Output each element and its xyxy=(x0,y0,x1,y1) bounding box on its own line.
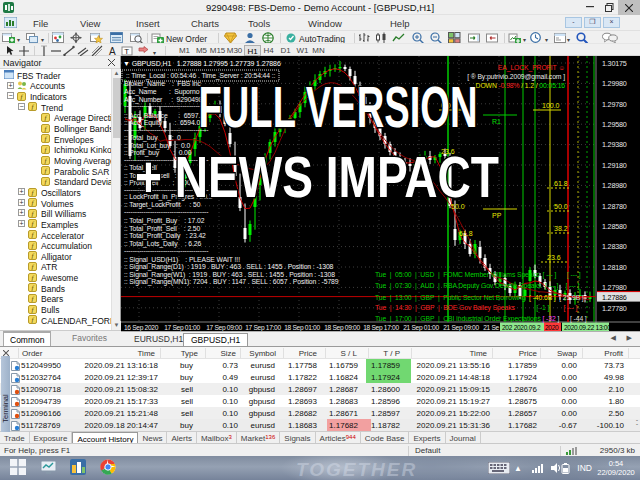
svg-text:1.29980: 1.29980 xyxy=(602,79,627,88)
svg-text:------------------------------: --------------------------------------- xyxy=(124,102,208,109)
svg-text::: Total_Profit_Daily : 23.4: :: Total_Profit_Daily : 23.42 xyxy=(124,232,206,240)
svg-text:23.6: 23.6 xyxy=(547,254,561,261)
svg-text:1.28980: 1.28980 xyxy=(602,181,627,190)
svg-text:Tue | 13:00 | GBP | Publ: Tue | 13:00 | GBP | Public Sector Net Bo… xyxy=(375,294,584,302)
svg-text:1.28780: 1.28780 xyxy=(602,202,627,211)
svg-text:T: T xyxy=(124,47,129,56)
svg-text:1.27780: 1.27780 xyxy=(602,304,627,313)
svg-text:21 Se: 21 Se xyxy=(483,324,499,331)
svg-text:Tue | 07:30 | AUD | RBA: Tue | 07:30 | AUD | RBA Deputy Gov Debel… xyxy=(375,282,579,290)
svg-text:FULL VERSION: FULL VERSION xyxy=(199,75,478,139)
svg-text:61.8: 61.8 xyxy=(554,180,568,187)
svg-text:+ NEWS IMPACT: + NEWS IMPACT xyxy=(135,145,499,209)
svg-text:Broker_Name : FBS Inc: Broker_Name : FBS Inc xyxy=(124,80,202,88)
svg-text:1.28380: 1.28380 xyxy=(602,242,627,251)
svg-text:1.29180: 1.29180 xyxy=(602,161,627,170)
svg-text:50.0: 50.0 xyxy=(554,203,568,210)
svg-text:1.29780: 1.29780 xyxy=(602,100,627,109)
svg-text:1.28180: 1.28180 xyxy=(602,263,627,272)
svg-text:1.29380: 1.29380 xyxy=(602,140,627,149)
svg-text:▼ GBPUSD,H1 1.27888 1.27995: ▼ GBPUSD,H1 1.27888 1.27995 1.27739 1.27… xyxy=(123,60,281,67)
svg-text:PP: PP xyxy=(492,212,502,219)
svg-text:1.27886: 1.27886 xyxy=(602,293,627,302)
svg-text:------------------------------: --------------------------------------- xyxy=(124,247,208,254)
svg-text:DOWN -0.98% / 1.2 / 00:05:16: DOWN -0.98% / 1.2 / 00:05:16 xyxy=(476,82,566,89)
svg-text:1.30175: 1.30175 xyxy=(602,59,627,68)
svg-text::: Signal_Range(D1) : 1919 .: :: Signal_Range(D1) : 1919 . BUY : 463 .… xyxy=(124,263,334,271)
svg-text::: Total_Profit_Buy : 17.02: :: Total_Profit_Buy : 17.02 xyxy=(124,217,205,225)
svg-text:2020.09.22 13:00: 2020.09.22 13:00 xyxy=(564,324,611,331)
svg-text:38.2: 38.2 xyxy=(554,225,568,232)
svg-text:[ ® By:putrivio.2009@gmail.co: [ ® By:putrivio.2009@gmail.com ] xyxy=(467,73,565,81)
svg-text:R1: R1 xyxy=(492,118,501,125)
svg-text:1.28580: 1.28580 xyxy=(602,222,627,231)
svg-text:61.8: 61.8 xyxy=(459,230,473,237)
svg-text:EA_LOCK_PROFIT ☺: EA_LOCK_PROFIT ☺ xyxy=(498,64,565,72)
svg-text:1.29580: 1.29580 xyxy=(602,120,627,129)
svg-text:202 2020.09.2: 202 2020.09.2 xyxy=(502,324,541,331)
svg-text:2020: 2020 xyxy=(545,324,559,331)
svg-text::: Signal_Range(MN1): 7204 . B: :: Signal_Range(MN1): 7204 . BUY : 1147 … xyxy=(124,278,339,286)
svg-text:Tue | 05:00 | USD | FOMC: Tue | 05:00 | USD | FOMC Member Williams… xyxy=(375,271,581,279)
svg-text:------------------------------: --------------------------------------- xyxy=(124,126,208,133)
svg-text::: Total_buy : 0: :: Total_buy : 0 xyxy=(124,134,181,142)
svg-text:Tue | 17:00 | GBP | CBI: Tue | 17:00 | GBP | CBI Industrial Order… xyxy=(375,315,587,323)
svg-text:------------------------------: --------------------------------------- xyxy=(124,208,208,215)
svg-text:100.0: 100.0 xyxy=(542,102,560,109)
svg-text:Tue | 14:30 | GBP | BOE: Tue | 14:30 | GBP | BOE Gov Bailey Speak… xyxy=(375,304,577,312)
svg-text:1.27980: 1.27980 xyxy=(602,283,627,292)
